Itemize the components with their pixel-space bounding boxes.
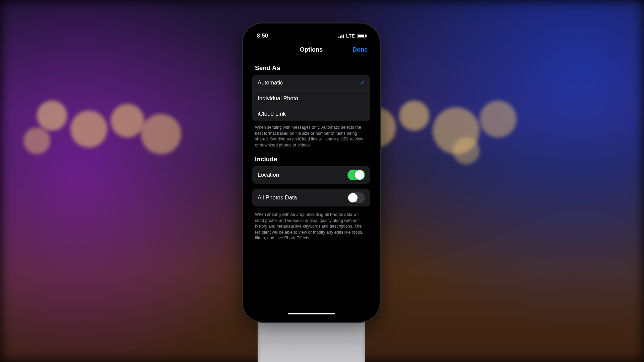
include-row-location[interactable]: Location: [252, 166, 370, 184]
row-label: Individual Photo: [258, 95, 298, 102]
send-as-option-icloud-link[interactable]: iCloud Link: [252, 106, 370, 121]
send-as-footer: When sending with Messages only, Automat…: [255, 125, 368, 148]
status-bar: 8:50 LTE: [248, 28, 374, 40]
battery-icon: [357, 34, 366, 38]
bokeh-light: [70, 111, 107, 147]
bokeh-light: [453, 137, 480, 164]
all-photos-data-toggle[interactable]: [347, 192, 365, 203]
row-label: Location: [258, 172, 279, 178]
location-toggle[interactable]: [347, 170, 365, 180]
page-title: Options: [300, 46, 323, 53]
status-time: 8:50: [257, 33, 268, 39]
bokeh-light: [399, 101, 429, 131]
include-header: Include: [255, 156, 368, 163]
send-as-option-individual-photo[interactable]: Individual Photo: [252, 90, 370, 106]
status-carrier: LTE: [346, 33, 355, 39]
include-footer: When sharing with AirDrop, including all…: [255, 212, 368, 241]
row-label: iCloud Link: [258, 111, 286, 117]
cellular-signal-icon: [338, 34, 344, 38]
done-button[interactable]: Done: [353, 46, 368, 53]
bokeh-light: [37, 101, 67, 131]
send-as-option-automatic[interactable]: Automatic ✓: [252, 75, 370, 90]
row-label: All Photos Data: [258, 194, 297, 201]
bokeh-light: [480, 101, 517, 137]
bokeh-light: [23, 127, 50, 154]
row-label: Automatic: [258, 79, 283, 86]
phone-screen: 8:50 LTE Options Done Send As Automatic …: [248, 28, 374, 317]
nav-bar: Options Done: [248, 42, 374, 57]
bokeh-light: [111, 104, 144, 137]
checkmark-icon: ✓: [360, 79, 365, 86]
bokeh-light: [141, 114, 181, 154]
iphone-device: 8:50 LTE Options Done Send As Automatic …: [243, 23, 380, 322]
home-indicator[interactable]: [288, 313, 335, 314]
include-row-all-photos-data[interactable]: All Photos Data: [252, 189, 370, 206]
send-as-group: Automatic ✓ Individual Photo iCloud Link: [252, 75, 370, 121]
send-as-header: Send As: [255, 64, 368, 72]
